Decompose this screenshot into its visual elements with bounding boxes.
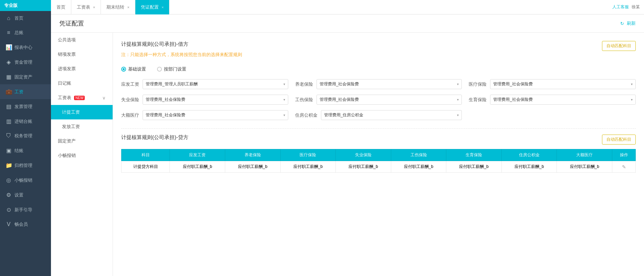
new-badge: NEW	[74, 96, 85, 100]
left-nav-payroll-table[interactable]: 工资表 NEW ∨	[51, 91, 113, 105]
left-nav-public-options[interactable]: 公共选项	[51, 33, 113, 47]
form-select-gongshang[interactable]: 管理费用_社会保险费 ▾	[316, 95, 462, 105]
chevron-down-icon: ▾	[457, 113, 459, 117]
sidebar-item-expense[interactable]: ◎ 小畅报销	[0, 173, 51, 188]
cell-yanglao: 应付职工薪酬_b	[225, 161, 280, 173]
sidebar-item-sales-purchase[interactable]: ▥ 进销台账	[0, 114, 51, 129]
sidebar-item-invoice-mgmt[interactable]: ▤ 发票管理	[0, 99, 51, 114]
sidebar-item-settings[interactable]: ⚙ 设置	[0, 188, 51, 202]
tab-voucher-config[interactable]: 凭证配置 ×	[135, 0, 169, 14]
form-select-dae[interactable]: 管理费用_社会保险费 ▾	[143, 110, 288, 120]
tab-payroll-label: 工资表	[77, 4, 90, 10]
sidebar-item-label: 首页	[14, 15, 23, 21]
sidebar-item-tax[interactable]: ⛉ 税务管理	[0, 129, 51, 143]
user-service-label[interactable]: 人工客服	[612, 4, 629, 10]
form-select-shengyu-value: 管理费用_社会保险费	[493, 97, 630, 103]
form-label-yingfa: 应发工资	[121, 81, 139, 87]
refresh-icon: ↻	[620, 21, 624, 26]
form-select-shengyu[interactable]: 管理费用_社会保险费 ▾	[490, 95, 636, 105]
sidebar-item-label: 报表中心	[14, 44, 32, 51]
form-select-shiye[interactable]: 管理费用_社会保险费 ▾	[143, 95, 288, 105]
sidebar-item-home[interactable]: ⌂ 首页	[0, 11, 51, 25]
left-nav-fixed-assets[interactable]: 固定资产	[51, 134, 113, 148]
credit-auto-match-button[interactable]: 自动匹配科目	[602, 135, 636, 145]
radio-dept-label: 按部门设置	[164, 66, 186, 72]
left-nav-label: 计提工资	[62, 109, 80, 115]
invoice-icon: ▤	[6, 103, 12, 110]
left-nav-journal[interactable]: 日记账	[51, 76, 113, 91]
form-select-gjj[interactable]: 管理费用_住房公积金 ▾	[321, 110, 462, 120]
tab-payroll-close[interactable]: ×	[93, 5, 95, 9]
tab-period-close[interactable]: 期末结转 ×	[101, 0, 135, 14]
ledger-icon: ≡	[6, 30, 12, 36]
sidebar-item-label: 固定资产	[14, 74, 32, 80]
left-nav-label: 工资表	[58, 95, 71, 101]
member-icon: V	[6, 221, 12, 227]
sidebar-item-reports[interactable]: 📊 报表中心	[0, 40, 51, 55]
col-header-yanglao: 养老保险	[225, 149, 280, 161]
cell-action[interactable]: ✎	[612, 161, 636, 173]
form-select-yanglao[interactable]: 管理费用_社会保险费 ▾	[316, 79, 462, 89]
sidebar-item-general-ledger[interactable]: ≡ 总账	[0, 25, 51, 40]
username-label: 徐某	[632, 4, 640, 10]
left-nav-purchase-invoice[interactable]: 进项发票	[51, 62, 113, 76]
tab-home[interactable]: 首页	[51, 0, 71, 14]
sidebar-item-close[interactable]: ▣ 结账	[0, 143, 51, 158]
refresh-button[interactable]: ↻ 刷新	[620, 20, 636, 26]
main-area: 首页 工资表 × 期末结转 × 凭证配置 × 人工客服 徐某 凭证配置 ↻ 刷新	[51, 0, 644, 276]
chevron-down-icon: ▾	[283, 113, 285, 117]
cell-yingfa: 应付职工薪酬_b	[170, 161, 225, 173]
col-header-yiliao: 医疗保险	[280, 149, 336, 161]
debit-section-note: 注：只能选择一种方式，系统将按照您当前的选择来配置规则	[121, 52, 242, 58]
sidebar: 专业版 ⌂ 首页 ≡ 总账 📊 报表中心 ◈ 资金管理 ▦ 固定资产 💼 工资 …	[0, 0, 51, 276]
col-header-dae: 大额医疗	[557, 149, 612, 161]
radio-dept-settings[interactable]: 按部门设置	[157, 66, 186, 72]
form-select-dae-value: 管理费用_社会保险费	[146, 112, 282, 118]
tab-payroll[interactable]: 工资表 ×	[71, 0, 101, 14]
page-title: 凭证配置	[59, 19, 84, 28]
sidebar-item-label: 结账	[14, 148, 23, 154]
sidebar-item-payroll[interactable]: 💼 工资	[0, 84, 51, 99]
left-nav-expense[interactable]: 小畅报销	[51, 148, 113, 163]
close-icon: ▣	[6, 147, 12, 154]
form-label-shiye: 失业保险	[121, 97, 139, 103]
debit-form-item-yanglao: 养老保险 管理费用_社会保险费 ▾	[295, 79, 462, 89]
form-label-shengyu: 生育保险	[469, 97, 487, 103]
sidebar-item-member[interactable]: V 畅会员	[0, 217, 51, 232]
radio-dept-circle	[157, 67, 162, 72]
sidebar-item-guide[interactable]: ⊙ 新手引导	[0, 202, 51, 217]
guide-icon: ⊙	[6, 206, 12, 213]
sidebar-item-label: 归档管理	[14, 162, 32, 169]
form-label-gjj: 住房公积金	[295, 112, 318, 118]
debit-auto-match-button[interactable]: 自动匹配科目	[602, 41, 636, 51]
left-nav-sales-invoice[interactable]: 销项发票	[51, 47, 113, 62]
tab-period-close-label: 期末结转	[106, 4, 124, 10]
radio-basic-settings[interactable]: 基础设置	[121, 66, 146, 72]
tab-home-label: 首页	[56, 4, 65, 10]
reports-icon: 📊	[6, 44, 12, 51]
tab-period-close-close[interactable]: ×	[127, 5, 129, 9]
tab-voucher-config-close[interactable]: ×	[162, 5, 164, 9]
radio-basic-label: 基础设置	[128, 66, 146, 72]
left-nav-calc-payroll[interactable]: 计提工资	[51, 105, 113, 119]
form-select-shiye-value: 管理费用_社会保险费	[146, 97, 282, 103]
debit-form-item-shengyu: 生育保险 管理费用_社会保险费 ▾	[469, 95, 636, 105]
sidebar-item-fixed-assets[interactable]: ▦ 固定资产	[0, 70, 51, 84]
chevron-down-icon: ▾	[631, 98, 633, 102]
left-nav-label: 日记账	[58, 80, 71, 86]
sidebar-item-label: 设置	[14, 192, 23, 198]
chevron-down-icon: ▾	[457, 82, 459, 86]
debit-form-item-yiliao: 医疗保险 管理费用_社会保险费 ▾	[469, 79, 636, 89]
credit-table: 科目 应发工资 养老保险 医疗保险 失业保险 工伤保险 生育保险 住房公积金 大…	[121, 149, 636, 173]
debit-form-grid: 应发工资 管理费用_管理人员职工薪酬 ▾ 养老保险 管理费用_社会保险费 ▾	[121, 79, 636, 120]
form-select-yiliao[interactable]: 管理费用_社会保险费 ▾	[490, 79, 636, 89]
expense-icon: ◎	[6, 177, 12, 183]
sidebar-item-archive[interactable]: 📁 归档管理	[0, 158, 51, 173]
edit-icon[interactable]: ✎	[622, 164, 626, 170]
chevron-down-icon: ▾	[283, 98, 285, 102]
sidebar-item-funds[interactable]: ◈ 资金管理	[0, 55, 51, 70]
credit-section-title: 计提核算规则(公司承担)-贷方	[121, 134, 188, 141]
form-select-yingfa[interactable]: 管理费用_管理人员职工薪酬 ▾	[143, 79, 288, 89]
form-select-yingfa-value: 管理费用_管理人员职工薪酬	[146, 81, 282, 87]
left-nav-issue-payroll[interactable]: 发放工资	[51, 119, 113, 134]
